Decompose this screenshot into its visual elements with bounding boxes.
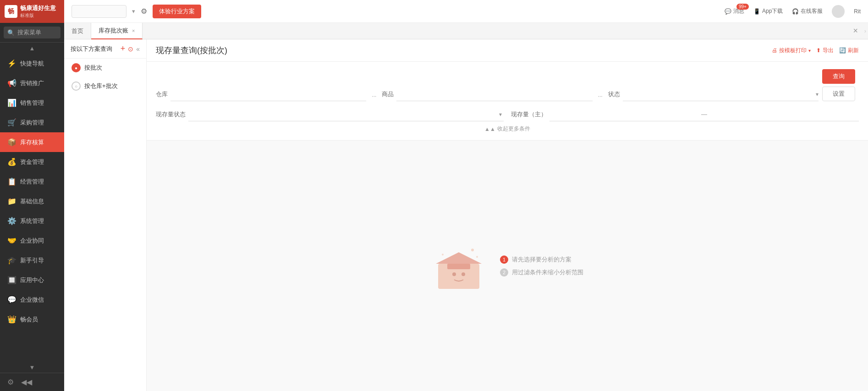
refresh-label: 刷新 xyxy=(848,47,859,54)
sidebar-header: 畅 畅康通好生意 标准版 xyxy=(0,0,64,23)
sidebar-search[interactable]: 🔍 搜索菜单 xyxy=(0,23,64,43)
app-subtitle: 标准版 xyxy=(20,12,56,18)
sidebar-item-inventory[interactable]: 📦 库存核算 xyxy=(0,132,64,152)
sidebar-item-system[interactable]: ⚙️ 系统管理 xyxy=(0,211,64,231)
sidebar-item-marketing[interactable]: 📢 营销推广 xyxy=(0,73,64,93)
schema-settings-icon[interactable]: ⊙ xyxy=(128,45,133,53)
tab-batch[interactable]: 库存批次账 × xyxy=(91,23,143,39)
sidebar-item-label: 基础信息 xyxy=(20,197,44,206)
settings-footer-icon[interactable]: ⚙ xyxy=(7,378,14,386)
left-panel-title: 按以下方案查询 xyxy=(71,45,112,53)
sidebar-item-basic[interactable]: 📁 基础信息 xyxy=(0,191,64,211)
newbie-icon: 🎓 xyxy=(7,256,16,265)
headset-icon: 🎧 xyxy=(792,8,799,15)
collapse-label: 收起更多条件 xyxy=(497,125,530,133)
panel-close-button[interactable]: × xyxy=(849,24,863,38)
sidebar-item-operation[interactable]: 📋 经营管理 xyxy=(0,172,64,191)
sidebar-item-label: 销售管理 xyxy=(20,99,44,107)
print-icon: 🖨 xyxy=(772,47,777,54)
filter-area: 仓库 ··· 商品 ··· 状态 ▾ xyxy=(147,62,868,141)
content-area: 按以下方案查询 + ⊙ « ● 按批次 ○ 按仓库+批次 现存量查询(按批次) xyxy=(64,39,868,391)
topbar: ▾ ⚙ 体验行业方案 💬 消息 99+ 📱 App下载 🎧 在线客服 Rit xyxy=(64,0,868,23)
qty-dash: — xyxy=(701,111,707,118)
warehouse-more-btn[interactable]: ··· xyxy=(370,91,378,101)
sidebar-scroll-up[interactable]: ▲ xyxy=(0,43,64,54)
search-menu-bar[interactable]: 🔍 搜索菜单 xyxy=(4,27,60,38)
refresh-button[interactable]: 🔄 刷新 xyxy=(839,47,859,54)
sales-icon: 📊 xyxy=(7,98,16,107)
apps-icon: 🔲 xyxy=(7,276,16,284)
product-more-btn[interactable]: ··· xyxy=(596,91,604,101)
export-button[interactable]: ⬆ 导出 xyxy=(816,47,834,54)
print-button[interactable]: 🖨 按模板打印 ▾ xyxy=(772,47,811,54)
print-chevron-icon: ▾ xyxy=(808,48,811,53)
schema-item-warehouse-batch[interactable]: ○ 按仓库+批次 xyxy=(64,77,146,95)
sidebar-item-collab[interactable]: 🤝 企业协同 xyxy=(0,231,64,250)
svg-point-4 xyxy=(442,254,444,255)
product-filter: 商品 xyxy=(382,87,592,101)
tip-num-2: 2 xyxy=(500,268,508,277)
sidebar-item-label: 库存核算 xyxy=(20,138,44,147)
tip-text-2: 用过滤条件来缩小分析范围 xyxy=(512,268,583,277)
message-badge: 99+ xyxy=(736,4,749,10)
industry-button[interactable]: 体验行业方案 xyxy=(153,5,201,18)
sidebar-scroll-down[interactable]: ▼ xyxy=(0,362,64,373)
sidebar-nav: ⚡ 快捷导航 📢 营销推广 📊 销售管理 🛒 采购管理 📦 库存核算 💰 资金管… xyxy=(0,54,64,362)
tip-num-1: 1 xyxy=(500,255,508,264)
sidebar-item-label: 采购管理 xyxy=(20,119,44,127)
svg-point-2 xyxy=(471,249,474,251)
sidebar-item-sales[interactable]: 📊 销售管理 xyxy=(0,93,64,113)
app-logo: 畅 xyxy=(5,5,17,18)
query-button[interactable]: 查询 xyxy=(822,69,855,84)
sidebar-item-label: 系统管理 xyxy=(20,217,44,225)
app-download-button[interactable]: 📱 App下载 xyxy=(753,7,783,15)
tab-home-label: 首页 xyxy=(71,27,83,35)
sidebar-item-finance[interactable]: 💰 资金管理 xyxy=(0,152,64,172)
empty-tip-1: 1 请先选择要分析的方案 xyxy=(500,255,583,264)
sidebar-item-purchase[interactable]: 🛒 采购管理 xyxy=(0,113,64,132)
quick-icon: ⚡ xyxy=(7,59,16,68)
topbar-chevron-icon[interactable]: ▾ xyxy=(132,8,135,15)
online-service-button[interactable]: 🎧 在线客服 xyxy=(792,7,823,15)
empty-state: 1 请先选择要分析的方案 2 用过滤条件来缩小分析范围 xyxy=(147,141,868,391)
sidebar-item-label: 企业协同 xyxy=(20,237,44,245)
stock-status-label: 现存量状态 xyxy=(156,110,186,119)
topbar-gear-icon[interactable]: ⚙ xyxy=(141,7,147,16)
page-header: 现存量查询(按批次) 🖨 按模板打印 ▾ ⬆ 导出 🔄 刷新 xyxy=(147,39,868,62)
collapse-up-icon: ▲▲ xyxy=(484,126,495,132)
tab-bar: 首页 库存批次账 × × › xyxy=(64,23,868,39)
user-avatar[interactable] xyxy=(832,5,845,18)
sidebar-item-apps[interactable]: 🔲 应用中心 xyxy=(0,270,64,290)
message-button[interactable]: 💬 消息 99+ xyxy=(725,7,744,15)
finance-icon: 💰 xyxy=(7,157,16,166)
tab-close-icon[interactable]: × xyxy=(132,28,135,33)
main-area: ▾ ⚙ 体验行业方案 💬 消息 99+ 📱 App下载 🎧 在线客服 Rit 首… xyxy=(64,0,868,391)
print-label: 按模板打印 xyxy=(779,47,807,54)
collapse-filter-button[interactable]: ▲▲ 收起更多条件 xyxy=(156,125,859,133)
sidebar-item-member[interactable]: 👑 畅会员 xyxy=(0,310,64,329)
collapse-left-icon[interactable]: « xyxy=(136,45,140,53)
sidebar-item-label: 营销推广 xyxy=(20,79,44,87)
empty-illustration xyxy=(431,239,486,293)
warehouse-label: 仓库 xyxy=(156,90,168,98)
set-button[interactable]: 设置 xyxy=(822,87,855,101)
app-label: App下载 xyxy=(762,7,783,15)
sidebar-item-wechat[interactable]: 💬 企业微信 xyxy=(0,290,64,310)
export-icon: ⬆ xyxy=(816,47,821,54)
collab-icon: 🤝 xyxy=(7,236,16,245)
warehouse-filter: 仓库 xyxy=(156,87,366,101)
wechat-icon: 💬 xyxy=(7,295,16,304)
system-icon: ⚙️ xyxy=(7,217,16,225)
tab-home[interactable]: 首页 xyxy=(64,23,91,39)
svg-point-6 xyxy=(461,272,465,276)
schema-item-batch[interactable]: ● 按批次 xyxy=(64,59,146,77)
sidebar-item-newbie[interactable]: 🎓 新手引导 xyxy=(0,250,64,270)
add-schema-icon[interactable]: + xyxy=(121,44,126,54)
schema-batch-label: 按批次 xyxy=(84,64,102,72)
panel-arrow-icon[interactable]: › xyxy=(863,27,868,34)
status-label: 状态 xyxy=(608,90,620,98)
topbar-search-input[interactable] xyxy=(71,5,126,18)
collapse-sidebar-icon[interactable]: ◀◀ xyxy=(21,378,32,386)
empty-svg xyxy=(431,239,486,293)
sidebar-item-quick[interactable]: ⚡ 快捷导航 xyxy=(0,54,64,73)
